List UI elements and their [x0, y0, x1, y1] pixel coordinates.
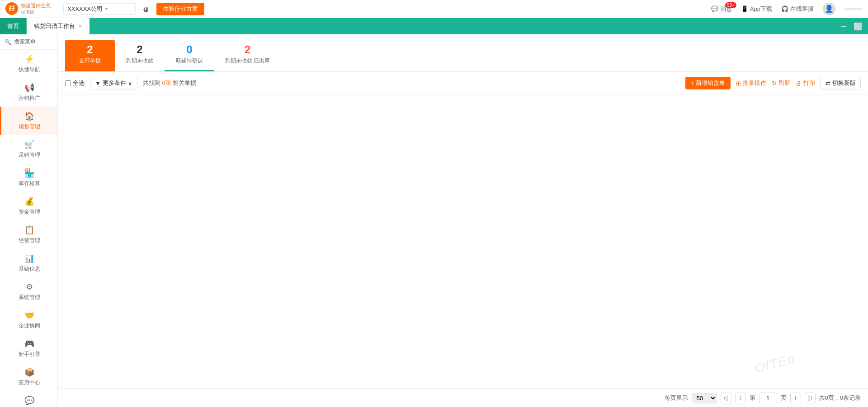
app-download-btn[interactable]: 📱 App下载 — [741, 5, 772, 13]
more-conditions-label: 更多条件 — [103, 79, 126, 87]
per-page-select[interactable]: 50 100 200 — [692, 393, 717, 403]
more-conditions-btn[interactable]: ▼ 更多条件 ∨ — [90, 77, 137, 89]
sidebar-item-app-center[interactable]: 📦 应用中心 — [0, 363, 57, 391]
summary-tab-pending-number: 0 — [186, 43, 192, 56]
wecom-icon: 💬 — [24, 396, 34, 406]
batch-operation-btn[interactable]: ⊞ 批量操作 — [736, 79, 766, 87]
total-info: 共0页，0条记录 — [819, 394, 861, 402]
tab-home[interactable]: 首页 — [0, 18, 27, 34]
sidebar-item-basic-info[interactable]: 📊 基础信息 — [0, 249, 57, 277]
online-service-btn[interactable]: 🎧 在线客服 — [781, 5, 814, 13]
summary-tab-all[interactable]: 2 全部单据 — [65, 40, 115, 71]
filter-bar-right: + 新增销货单 ⊞ 批量操作 ↻ 刷新 🖨 打印 ⇄ 切换新版 — [685, 77, 861, 89]
purchase-icon: 🛒 — [24, 140, 34, 150]
batch-icon: ⊞ — [736, 80, 741, 87]
filter-bar: 全选 ▼ 更多条件 ∨ 共找到 0张 相关单据 + 新增销货单 ⊞ 批量操作 ↻ — [58, 72, 868, 94]
search-menu-label: 搜索菜单 — [14, 38, 36, 46]
chevron-down-icon: ▾ — [105, 6, 108, 11]
summary-tab-pending-label: 旺辅待确认 — [176, 57, 203, 65]
refresh-btn[interactable]: ↻ 刷新 — [772, 79, 790, 87]
sidebar-item-label: 销售管理 — [19, 123, 40, 131]
switch-new-version-btn[interactable]: ⇄ 切换新版 — [821, 77, 861, 89]
header-right: 💬 消息 99+ 📱 App下载 🎧 在线客服 👤 — [711, 3, 863, 15]
company-selector[interactable]: XXXXXX公司 ▾ — [63, 3, 136, 15]
print-btn[interactable]: 🖨 打印 — [796, 79, 815, 87]
sidebar-item-system[interactable]: ⚙ 系统管理 — [0, 277, 57, 306]
page-input[interactable] — [759, 393, 777, 403]
system-icon: ⚙ — [24, 282, 34, 292]
app-download-label: App下载 — [750, 5, 772, 13]
sidebar-item-label: 营销推广 — [19, 94, 40, 102]
print-label: 打印 — [803, 79, 815, 87]
message-btn[interactable]: 💬 消息 99+ — [711, 5, 732, 13]
tab-minimize-icon[interactable]: ─ — [840, 21, 848, 31]
found-count: 0张 — [162, 80, 171, 86]
tab-bar-right: ─ ⬜ — [840, 21, 868, 32]
chevron-down-icon: ∨ — [128, 80, 132, 87]
main-layout: 🔍 搜索菜单 ⚡ 快捷导航 📢 营销推广 🏠 销售管理 🛒 采购管理 🏪 库存核… — [0, 34, 868, 407]
top-header: 好 畅捷通好生意 标准版 XXXXXX公司 ▾ 体验行业方案 💬 消息 99+ … — [0, 0, 868, 18]
add-sales-order-btn[interactable]: + 新增销货单 — [685, 77, 731, 89]
experience-btn[interactable]: 体验行业方案 — [156, 3, 204, 15]
sidebar-item-wecom[interactable]: 💬 企业微信 — [0, 391, 57, 407]
summary-tab-overdue-label: 到期未收款 — [126, 57, 153, 65]
print-icon: 🖨 — [796, 80, 802, 87]
sidebar-item-label: 采购管理 — [19, 151, 40, 159]
logo-badge: 标准版 — [21, 9, 51, 15]
next-page-btn[interactable]: ⟩ — [790, 393, 801, 403]
sidebar-item-label: 资金管理 — [19, 208, 40, 216]
summary-tabs: 2 全部单据 2 到期未收款 0 旺辅待确认 2 到期未收款 已出库 — [58, 34, 868, 72]
sidebar-item-label: 经营管理 — [19, 237, 40, 244]
tab-qhrc[interactable]: 钱货日清工作台 × — [27, 18, 90, 34]
settings-icon-btn[interactable] — [139, 3, 152, 15]
per-page-label: 每页显示 — [665, 394, 688, 402]
online-service-label: 在线客服 — [790, 5, 814, 13]
summary-tab-all-number: 2 — [87, 43, 93, 56]
sidebar-item-sales[interactable]: 🏠 销售管理 — [0, 107, 57, 135]
refresh-icon: ↻ — [772, 80, 777, 87]
switch-icon: ⇄ — [826, 80, 830, 87]
sidebar-item-marketing[interactable]: 📢 营销推广 — [0, 78, 57, 107]
logo-icon: 好 — [5, 2, 18, 15]
basic-info-icon: 📊 — [24, 253, 34, 263]
avatar-name[interactable] — [844, 8, 863, 10]
sidebar-item-enterprise[interactable]: 🤝 企业协同 — [0, 306, 57, 334]
sidebar-item-quick-nav[interactable]: ⚡ 快捷导航 — [0, 50, 57, 78]
table-area — [58, 94, 868, 388]
found-text: 共找到 0张 相关单据 — [143, 79, 196, 87]
marketing-icon: 📢 — [24, 83, 34, 93]
content-area: 2 全部单据 2 到期未收款 0 旺辅待确认 2 到期未收款 已出库 全选 — [58, 34, 868, 407]
tab-home-label: 首页 — [7, 22, 19, 30]
sidebar-search[interactable]: 🔍 搜索菜单 — [0, 34, 57, 50]
search-icon: 🔍 — [5, 39, 11, 45]
sidebar-item-inventory[interactable]: 🏪 库存核算 — [0, 164, 57, 192]
tab-close-icon[interactable]: × — [79, 23, 82, 29]
avatar[interactable]: 👤 — [823, 3, 835, 15]
message-badge: 99+ — [725, 2, 736, 8]
last-page-btn[interactable]: ⟩⟩ — [805, 393, 816, 403]
phone-icon: 📱 — [741, 5, 748, 12]
sidebar-item-purchase[interactable]: 🛒 采购管理 — [0, 135, 57, 164]
page-suffix: 页 — [781, 394, 787, 402]
sidebar: 🔍 搜索菜单 ⚡ 快捷导航 📢 营销推广 🏠 销售管理 🛒 采购管理 🏪 库存核… — [0, 34, 58, 407]
sidebar-item-operation[interactable]: 📋 经营管理 — [0, 220, 57, 249]
service-icon: 🎧 — [781, 5, 788, 12]
sidebar-item-guide[interactable]: 🎮 新手引导 — [0, 334, 57, 363]
first-page-btn[interactable]: ⟨⟨ — [721, 393, 731, 403]
sidebar-item-label: 企业协同 — [19, 322, 40, 330]
logo-area: 好 畅捷通好生意 标准版 — [5, 2, 63, 15]
sidebar-item-finance[interactable]: 💰 资金管理 — [0, 192, 57, 220]
select-all-checkbox[interactable] — [65, 80, 71, 86]
inventory-icon: 🏪 — [24, 168, 34, 178]
guide-icon: 🎮 — [24, 339, 34, 349]
page-label: 第 — [750, 394, 755, 402]
sidebar-item-label: 系统管理 — [19, 294, 40, 301]
tab-maximize-icon[interactable]: ⬜ — [852, 21, 864, 32]
select-all-area[interactable]: 全选 — [65, 79, 85, 87]
sidebar-item-label: 应用中心 — [19, 379, 40, 387]
summary-tab-pending[interactable]: 0 旺辅待确认 — [165, 40, 214, 71]
prev-page-btn[interactable]: ⟨ — [735, 393, 746, 403]
summary-tab-overdue[interactable]: 2 到期未收款 — [115, 40, 165, 71]
summary-tab-shipped[interactable]: 2 到期未收款 已出库 — [214, 40, 281, 71]
app-center-icon: 📦 — [24, 367, 34, 377]
